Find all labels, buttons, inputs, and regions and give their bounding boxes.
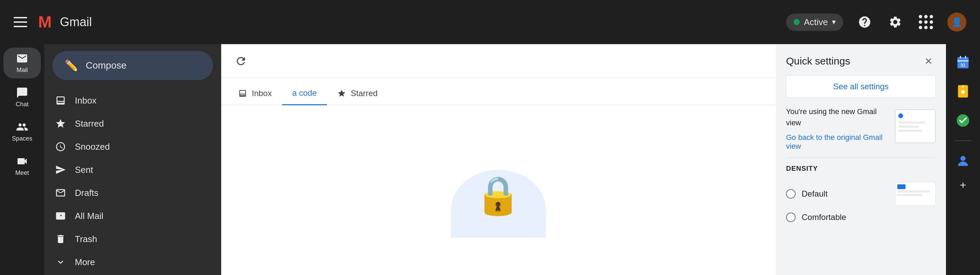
active-dot-icon: [794, 19, 800, 25]
qs-header: Quick settings ✕: [776, 44, 946, 75]
quick-settings-panel: Quick settings ✕ See all settings You're…: [776, 44, 946, 275]
help-button[interactable]: [856, 13, 874, 31]
qs-density-comfortable-row: Comfortable: [776, 209, 946, 226]
all-mail-icon: [54, 210, 67, 222]
settings-button[interactable]: [886, 13, 904, 31]
qs-density-comfortable-label: Comfortable: [802, 213, 846, 222]
qs-density-default-radio[interactable]: [786, 189, 795, 199]
nav-item-more-label: More: [75, 257, 95, 267]
right-sidebar-divider: [955, 141, 972, 141]
qs-go-back-link[interactable]: Go back to the original Gmail view: [786, 133, 883, 150]
nav-item-all-mail[interactable]: All Mail: [44, 204, 213, 228]
starred-icon: [54, 117, 67, 130]
qs-divider: [786, 158, 936, 158]
sidebar-item-meet-label: Meet: [15, 169, 29, 177]
main-layout: Mail Chat Spaces Meet ✏️ Compose: [0, 44, 980, 275]
topbar-right: Active ▾ 👤: [786, 13, 966, 32]
tab-starred[interactable]: Starred: [327, 82, 388, 105]
nav-item-starred[interactable]: Starred: [44, 112, 213, 135]
right-sidebar-add-button[interactable]: +: [960, 179, 966, 191]
nav-item-drafts[interactable]: Drafts: [44, 181, 213, 204]
tab-starred-icon: [337, 89, 346, 98]
compose-label: Compose: [86, 60, 127, 71]
nav-item-trash-label: Trash: [75, 234, 97, 245]
drafts-icon: [54, 187, 67, 199]
spaces-icon: [16, 121, 28, 133]
chat-icon: [16, 87, 28, 99]
keep-icon: [956, 84, 970, 99]
tab-starred-label: Starred: [351, 89, 378, 98]
compose-icon: ✏️: [65, 59, 78, 72]
svg-point-6: [961, 90, 965, 94]
svg-point-8: [961, 156, 966, 161]
topbar-left: M Gmail: [14, 14, 92, 30]
gmail-title: Gmail: [60, 15, 92, 29]
qs-density-title: DENSITY: [776, 165, 946, 172]
empty-state-illustration: 🔒: [447, 142, 550, 238]
nav-item-inbox-label: Inbox: [75, 95, 97, 106]
right-sidebar-keep-button[interactable]: [952, 80, 974, 103]
active-status-button[interactable]: Active ▾: [786, 14, 843, 31]
mail-icon: [16, 52, 28, 65]
qs-density-default-row: Default: [776, 179, 946, 209]
apps-button[interactable]: [917, 13, 935, 31]
sidebar-item-mail-label: Mail: [16, 66, 27, 74]
main-toolbar: [221, 44, 776, 78]
topbar: M Gmail Active ▾ 👤: [0, 0, 980, 44]
sidebar-item-chat-label: Chat: [16, 101, 29, 108]
nav-item-snoozed[interactable]: Snoozed: [44, 135, 213, 158]
sidebar-item-chat[interactable]: Chat: [3, 82, 41, 113]
gmail-logo-icon: M: [37, 14, 56, 30]
nav-item-more[interactable]: More: [44, 251, 213, 273]
nav-item-inbox[interactable]: Inbox: [44, 89, 213, 112]
hamburger-menu-button[interactable]: [14, 17, 27, 27]
icon-sidebar: Mail Chat Spaces Meet: [0, 44, 44, 275]
sidebar-item-spaces-label: Spaces: [12, 135, 32, 142]
gmail-logo: M Gmail: [37, 14, 92, 30]
svg-text:M: M: [38, 14, 52, 30]
tab-inbox-label: Inbox: [252, 89, 272, 98]
compose-button[interactable]: ✏️ Compose: [52, 51, 213, 80]
active-status-label: Active: [804, 17, 828, 27]
right-sidebar-contacts-button[interactable]: [952, 150, 974, 172]
snoozed-icon: [54, 141, 67, 153]
tab-code[interactable]: a code: [282, 82, 327, 105]
qs-title: Quick settings: [786, 55, 850, 67]
apps-grid-icon: [919, 15, 933, 29]
main-content: Inbox a code Starred 🔒: [221, 44, 776, 275]
sidebar-item-spaces[interactable]: Spaces: [3, 116, 41, 147]
user-avatar[interactable]: 👤: [947, 13, 966, 32]
qs-gmail-view-section: You're using the new Gmail view Go back …: [776, 106, 946, 158]
see-all-settings-link[interactable]: See all settings: [833, 82, 889, 91]
tab-inbox[interactable]: Inbox: [228, 82, 282, 105]
chevron-down-icon: ▾: [832, 17, 836, 27]
calendar-icon: 31: [956, 55, 970, 70]
inbox-icon: [54, 94, 67, 107]
qs-density-comfortable-left: Comfortable: [786, 213, 846, 222]
nav-item-sent-label: Sent: [75, 165, 93, 175]
nav-item-starred-label: Starred: [75, 119, 104, 129]
qs-close-button[interactable]: ✕: [921, 54, 936, 69]
help-icon: [858, 15, 872, 29]
settings-icon: [888, 15, 902, 29]
nav-item-all-mail-label: All Mail: [75, 211, 103, 221]
illustration-shield-icon: 🔒: [475, 174, 521, 217]
refresh-button[interactable]: [231, 52, 250, 71]
right-mini-sidebar: 31 +: [946, 44, 980, 275]
tab-code-label: a code: [292, 88, 317, 98]
qs-gmail-view-desc: You're using the new Gmail view: [786, 106, 889, 128]
qs-density-comfortable-radio[interactable]: [786, 213, 795, 222]
main-body: 🔒: [221, 105, 776, 275]
qs-gmail-view-preview: [895, 109, 936, 143]
more-icon: [54, 256, 67, 268]
nav-item-trash[interactable]: Trash: [44, 228, 213, 251]
right-sidebar-calendar-button[interactable]: 31: [952, 51, 974, 73]
qs-density-default-preview: [895, 182, 936, 206]
sidebar-item-meet[interactable]: Meet: [3, 150, 41, 181]
right-sidebar-tasks-button[interactable]: [952, 109, 974, 132]
qs-see-all-settings: See all settings: [786, 75, 936, 98]
nav-item-sent[interactable]: Sent: [44, 158, 213, 181]
sidebar-item-mail[interactable]: Mail: [3, 47, 41, 78]
qs-density-default-label: Default: [802, 189, 827, 199]
meet-icon: [16, 155, 28, 168]
